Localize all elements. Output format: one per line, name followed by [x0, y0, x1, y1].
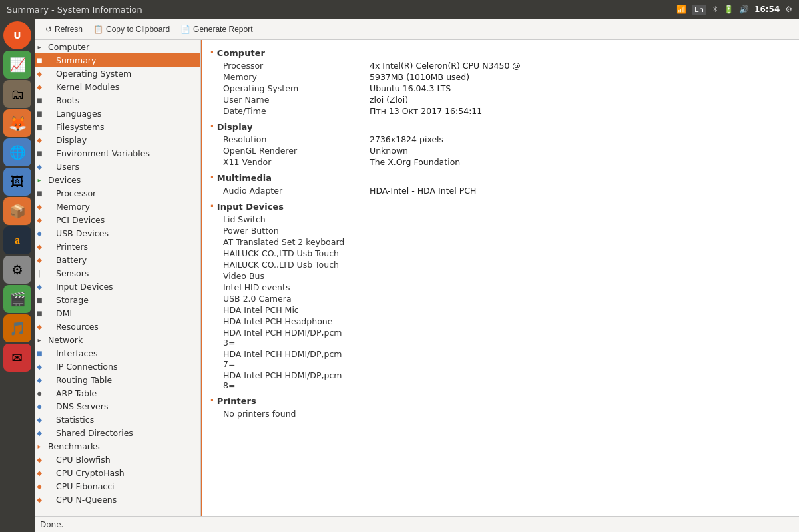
row-label: No printers found [210, 408, 356, 419]
row-value [356, 282, 791, 293]
sidebar-item-kernel-modules[interactable]: ◆Kernel Modules [35, 80, 200, 93]
table-row: Processor4x Intel(R) Celeron(R) CPU N345… [210, 60, 791, 71]
video-camera-icon[interactable]: 🎬 [3, 285, 31, 313]
sidebar-item-operating-system[interactable]: ◆Operating System [35, 67, 200, 80]
sidebar-item-sensors[interactable]: |Sensors [35, 266, 200, 280]
sidebar-item-computer-header[interactable]: ▸Computer [35, 40, 200, 53]
row-label: AT Translated Set 2 keyboard [210, 236, 356, 248]
sidebar-item-label: Input Devices [44, 282, 113, 292]
sidebar-item-benchmarks-header[interactable]: ▸Benchmarks [35, 439, 200, 453]
sidebar-item-pci-devices[interactable]: ◆PCI Devices [35, 213, 200, 226]
table-row: Operating SystemUbuntu 16.04.3 LTS [210, 83, 791, 94]
sidebar-item-storage[interactable]: ■Storage [35, 293, 200, 306]
bullet-icon: ◆ [35, 469, 44, 477]
sidebar-item-label: Filesystems [44, 122, 105, 132]
system-settings-icon[interactable]: ⚙ [3, 256, 31, 284]
sidebar-item-interfaces[interactable]: ■Interfaces [35, 346, 200, 360]
sidebar-item-memory[interactable]: ◆Memory [35, 200, 200, 213]
row-label: Processor [210, 60, 356, 71]
sidebar-item-dns-servers[interactable]: ◆DNS Servers [35, 399, 200, 413]
rhythmbox-icon[interactable]: 🎵 [3, 314, 31, 342]
sidebar-item-cpu-blowfish[interactable]: ◆CPU Blowfish [35, 453, 200, 466]
image-viewer-icon[interactable]: 🖼 [3, 168, 31, 196]
bullet-icon: ◆ [35, 283, 44, 290]
mail-icon[interactable]: ✉ [3, 344, 31, 372]
copy-button[interactable]: 📋 Copy to Clipboard [88, 22, 175, 37]
sidebar-item-dmi[interactable]: ■DMI [35, 306, 200, 320]
sidebar-item-shared-directories[interactable]: ◆Shared Directories [35, 426, 200, 439]
sidebar-item-cpu-fibonacci[interactable]: ◆CPU Fibonacci [35, 479, 200, 493]
row-label: Date/Time [210, 105, 356, 117]
row-label: OpenGL Renderer [210, 145, 356, 156]
row-value: 4x Intel(R) Celeron(R) CPU N3450 @ [356, 60, 791, 71]
installer-icon[interactable]: 📦 [3, 197, 31, 225]
sidebar-item-input-devices[interactable]: ◆Input Devices [35, 280, 200, 293]
data-table-input-devices: Lid SwitchPower ButtonAT Translated Set … [210, 214, 791, 391]
sidebar-item-cpu-n-queens[interactable]: ◆CPU N-Queens [35, 493, 200, 506]
report-button[interactable]: 📄 Generate Report [175, 22, 258, 37]
row-label: Resolution [210, 134, 356, 145]
system-monitor-icon[interactable]: 📈 [3, 51, 31, 79]
sidebar-item-label: CPU Blowfish [44, 455, 111, 465]
sidebar-item-label: USB Devices [44, 228, 109, 238]
data-table-printers: No printers found [210, 408, 791, 419]
amazon-icon[interactable]: a [3, 226, 31, 254]
status-bar: Done. [35, 516, 799, 532]
row-value: zloi (Zloi) [356, 94, 791, 105]
sidebar-item-routing-table[interactable]: ◆Routing Table [35, 373, 200, 386]
sidebar-item-users[interactable]: ◆Users [35, 160, 200, 173]
bullet-icon: ◆ [35, 496, 44, 503]
bullet-icon: ◆ [35, 429, 44, 437]
sidebar-item-processor[interactable]: ■Processor [35, 186, 200, 200]
row-label: HDA Intel PCH Mic [210, 304, 356, 316]
row-value [356, 225, 791, 236]
row-label: Memory [210, 71, 356, 83]
refresh-button[interactable]: ↺ Refresh [40, 22, 88, 37]
sidebar-item-label: Summary [44, 55, 96, 65]
bullet-icon: ▸ [35, 43, 44, 51]
row-value: 5937MB (1010MB used) [356, 71, 791, 83]
sidebar-item-label: ARP Table [44, 388, 97, 398]
row-value: 2736x1824 pixels [356, 134, 791, 145]
table-row: Date/TimeПтн 13 Окт 2017 16:54:11 [210, 105, 791, 117]
bullet-icon: ■ [35, 110, 44, 117]
sidebar-item-statistics[interactable]: ◆Statistics [35, 413, 200, 426]
sidebar-item-filesystems[interactable]: ■Filesystems [35, 120, 200, 133]
table-row: Intel HID events [210, 282, 791, 293]
sidebar-item-display[interactable]: ◆Display [35, 133, 200, 146]
sidebar-item-ip-connections[interactable]: ◆IP Connections [35, 360, 200, 373]
sidebar-item-resources[interactable]: ◆Resources [35, 320, 200, 333]
chrome-icon[interactable]: 🌐 [3, 138, 31, 166]
sidebar-item-label: Storage [44, 295, 89, 305]
sidebar-item-battery[interactable]: ◆Battery [35, 253, 200, 266]
bullet-icon: ◆ [35, 136, 44, 144]
sidebar-item-boots[interactable]: ■Boots [35, 93, 200, 107]
bullet-icon: ■ [35, 310, 44, 317]
row-value [356, 408, 791, 419]
firefox-icon[interactable]: 🦊 [3, 109, 31, 137]
bullet-icon: ◆ [35, 230, 44, 237]
row-value: Птн 13 Окт 2017 16:54:11 [356, 105, 791, 117]
sidebar-item-summary[interactable]: ■Summary [35, 53, 200, 67]
section-multimedia: MultimediaAudio AdapterHDA-Intel - HDA I… [210, 170, 791, 196]
sidebar-item-languages[interactable]: ■Languages [35, 107, 200, 120]
table-row: HDA Intel PCH HDMI/DP,pcm 7= [210, 348, 791, 370]
sidebar-item-devices-header[interactable]: ▸Devices [35, 173, 200, 186]
ubuntu-icon[interactable]: U [3, 21, 31, 49]
sidebar-item-usb-devices[interactable]: ◆USB Devices [35, 226, 200, 240]
sidebar-item-arp-table[interactable]: ◆ARP Table [35, 386, 200, 399]
sidebar-item-label: Display [44, 135, 87, 145]
sidebar-item-printers[interactable]: ◆Printers [35, 240, 200, 253]
files-icon[interactable]: 🗂 [3, 80, 31, 108]
sidebar-item-network-header[interactable]: ▸Network [35, 333, 200, 346]
bullet-icon: ■ [35, 57, 44, 64]
row-label: Lid Switch [210, 214, 356, 225]
sidebar-item-cpu-cryptohash[interactable]: ◆CPU CryptoHash [35, 466, 200, 479]
row-value [356, 316, 791, 327]
bullet-icon: ▸ [35, 176, 44, 184]
table-row: AT Translated Set 2 keyboard [210, 236, 791, 248]
row-label: Audio Adapter [210, 185, 356, 196]
sidebar-item-environment-variables[interactable]: ■Environment Variables [35, 146, 200, 160]
row-value [356, 327, 791, 348]
status-text: Done. [40, 520, 63, 529]
